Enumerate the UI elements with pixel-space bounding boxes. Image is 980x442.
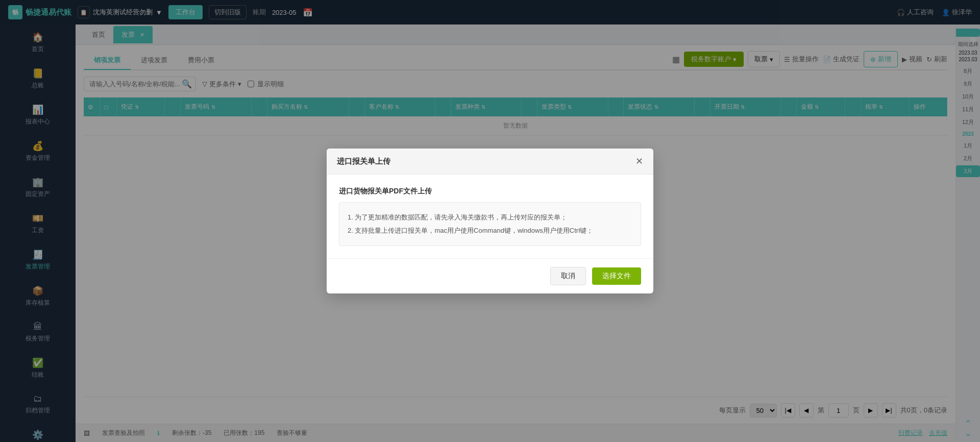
modal-title: 进口报关单上传 [337,157,390,166]
modal-header: 进口报关单上传 ✕ [327,149,653,175]
modal-footer: 取消 选择文件 [327,258,653,293]
modal-info-box: 1. 为了更加精准的数据匹配，请先录入海关缴款书，再上传对应的报关单； 2. 支… [339,202,641,246]
cancel-button[interactable]: 取消 [550,267,586,285]
modal-info-line-1: 1. 为了更加精准的数据匹配，请先录入海关缴款书，再上传对应的报关单； [348,211,632,224]
modal-section-title: 进口货物报关单PDF文件上传 [339,187,641,196]
modal-body: 进口货物报关单PDF文件上传 1. 为了更加精准的数据匹配，请先录入海关缴款书，… [327,175,653,258]
modal-close-button[interactable]: ✕ [635,156,643,167]
modal-overlay: 进口报关单上传 ✕ 进口货物报关单PDF文件上传 1. 为了更加精准的数据匹配，… [0,0,980,442]
modal-info-line-2: 2. 支持批量上传进口报关单，mac用户使用Command键，windows用户… [348,224,632,237]
select-file-button[interactable]: 选择文件 [592,267,641,285]
import-modal: 进口报关单上传 ✕ 进口货物报关单PDF文件上传 1. 为了更加精准的数据匹配，… [327,149,653,293]
